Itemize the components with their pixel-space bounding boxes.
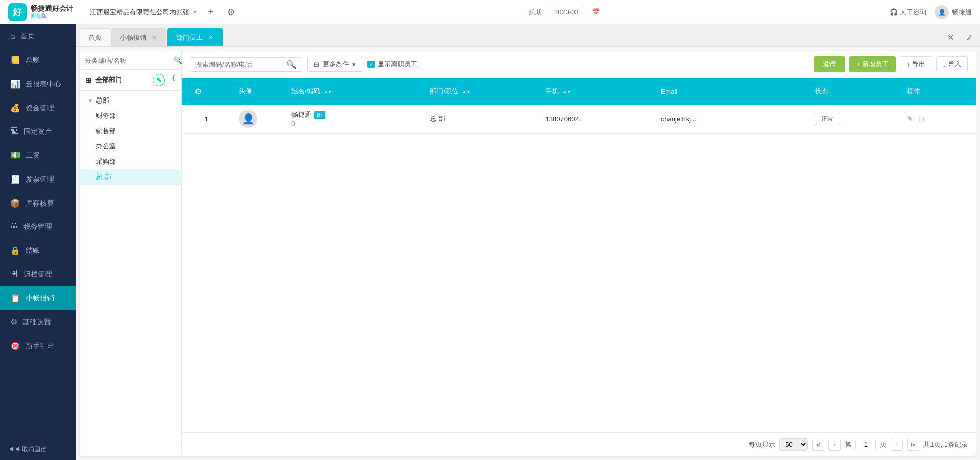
search-icon[interactable]: 🔍 (286, 60, 297, 69)
tab-xiaochang-expense[interactable]: 小畅报销 ✕ (111, 28, 166, 46)
last-page-btn[interactable]: ⊳ (907, 439, 919, 451)
tree-node-office-label: 办公室 (96, 142, 116, 151)
dept-grid-icon: ⊞ (86, 76, 91, 84)
tab-dept-employee[interactable]: 部门员工 ✕ (167, 28, 223, 46)
tree-node-finance-label: 财务部 (96, 111, 116, 120)
tree-node-sales[interactable]: 销售部 (80, 123, 181, 139)
per-page-select[interactable]: 50 100 (779, 438, 808, 451)
th-settings[interactable]: ⚙ (182, 78, 231, 105)
prev-page-btn[interactable]: ‹ (828, 439, 841, 451)
tree-header: ⊞ 全部部门 ✎ 《 (80, 70, 181, 91)
show-resigned-checkbox[interactable]: ✓ (368, 61, 375, 68)
sidebar-item-xiaochang[interactable]: 📋 小畅报销 (0, 286, 76, 310)
invite-button[interactable]: 邀请 (814, 56, 845, 72)
company-selector[interactable]: 江西服宝精品有限责任公司内账张 ▼ (90, 8, 198, 17)
content-area: 首页 小畅报销 ✕ 部门员工 ✕ ✕ ⤢ 🔍 (76, 24, 980, 460)
sidebar-item-guide[interactable]: 🎯 新手引导 (0, 334, 76, 358)
employee-code: 0 (291, 120, 413, 127)
tree-node-finance[interactable]: 财务部 (80, 108, 181, 123)
sidebar-item-home[interactable]: ⌂ 首页 (0, 24, 76, 48)
logout-action-icon[interactable]: ⊟ (918, 115, 924, 123)
sidebar-item-close[interactable]: 🔒 结账 (0, 239, 76, 263)
sidebar-item-reports[interactable]: 📊 云报表中心 (0, 72, 76, 96)
sidebar-label-reports: 云报表中心 (26, 80, 61, 89)
sidebar-item-basic[interactable]: ⚙ 基础设置 (0, 310, 76, 334)
import-icon: ↓ (943, 61, 946, 68)
sidebar-label-general-ledger: 总账 (26, 56, 40, 65)
support-label: 人工咨询 (900, 8, 926, 17)
sidebar-item-payroll[interactable]: 💵 工资 (0, 143, 76, 167)
column-settings-icon[interactable]: ⚙ (190, 83, 206, 99)
sidebar-item-invoice[interactable]: 🧾 发票管理 (0, 167, 76, 191)
sidebar-label-fixed-assets: 固定资产 (23, 127, 52, 136)
tree-node-office[interactable]: 办公室 (80, 139, 181, 154)
unpin-label: ◀◀ 取消固定 (8, 445, 46, 454)
th-dept[interactable]: 部门/职位 ▲▼ (422, 78, 537, 105)
search-input[interactable] (195, 61, 283, 68)
logo-area: 好 畅捷通好会计 旗舰版 (8, 3, 84, 21)
top-right-area: 🎧 人工咨询 👤 畅捷通 (890, 5, 972, 19)
add-button[interactable]: + (204, 5, 218, 19)
calendar-icon: 📅 (592, 8, 600, 16)
tree-node-general[interactable]: ▼ 总部 (80, 93, 181, 108)
sidebar-item-archive[interactable]: 🗄 归档管理 (0, 263, 76, 286)
support-area[interactable]: 🎧 人工咨询 (890, 8, 926, 17)
sidebar: ⌂ 首页 📒 总账 📊 云报表中心 💰 资金管理 🏗 固定资产 💵 工资 🧾 发… (0, 24, 76, 460)
tab-xiaochang-label: 小畅报销 (120, 33, 146, 42)
tab-dept-close[interactable]: ✕ (207, 34, 214, 42)
th-name[interactable]: 姓名/编码 ▲▼ (283, 78, 422, 105)
name-sort[interactable]: ▲▼ (324, 90, 332, 94)
sidebar-item-general-ledger[interactable]: 📒 总账 (0, 48, 76, 72)
export-button[interactable]: ↑ 导出 (900, 56, 932, 72)
tree-node-general-label: 总部 (96, 96, 109, 105)
row-actions: ✎ ⊟ (907, 115, 968, 123)
sidebar-label-guide: 新手引导 (26, 342, 54, 351)
sidebar-item-tax[interactable]: 🏛 税务管理 (0, 215, 76, 239)
user-name: 畅捷通 (952, 8, 972, 17)
tree-node-general-dept[interactable]: 总 部 (80, 169, 181, 185)
tree-node-purchase[interactable]: 采购部 (80, 154, 181, 169)
tab-close-all-btn[interactable]: ✕ (943, 30, 958, 44)
table-header-row: ⚙ 头像 姓名/编码 ▲▼ 部门/职位 (182, 78, 976, 105)
sidebar-item-inventory[interactable]: 📦 库存核算 (0, 191, 76, 215)
employee-dept: 总 部 (430, 115, 445, 122)
tree-panel: 🔍 ⊞ 全部部门 ✎ 《 ▼ 总部 财务部 (80, 51, 182, 456)
filter-icon: ⊟ (314, 61, 320, 68)
reports-icon: 📊 (10, 79, 20, 89)
dept-sort[interactable]: ▲▼ (462, 90, 471, 94)
next-page-btn[interactable]: › (891, 439, 903, 451)
close-acct-icon: 🔒 (10, 246, 20, 255)
sidebar-item-fixed-assets[interactable]: 🏗 固定资产 (0, 120, 76, 143)
sidebar-item-fund[interactable]: 💰 资金管理 (0, 96, 76, 120)
tree-search-input[interactable] (85, 57, 170, 64)
data-table: ⚙ 头像 姓名/编码 ▲▼ 部门/职位 (182, 78, 976, 432)
sidebar-label-home: 首页 (20, 32, 35, 41)
tab-home[interactable]: 首页 (80, 28, 110, 46)
home-icon: ⌂ (10, 32, 15, 41)
phone-sort[interactable]: ▲▼ (562, 90, 571, 94)
page-input[interactable] (855, 439, 876, 450)
unpin-button[interactable]: ◀◀ 取消固定 (0, 439, 76, 460)
tab-expand-btn[interactable]: ⤢ (962, 30, 976, 44)
first-page-btn[interactable]: ⊲ (812, 439, 824, 451)
period-value: 2023-03 (550, 7, 583, 17)
tree-search-icon[interactable]: 🔍 (174, 56, 182, 64)
tree-collapse-btn[interactable]: 《 (168, 74, 175, 86)
tree-edit-btn[interactable]: ✎ (153, 74, 165, 86)
user-info: 👤 畅捷通 (935, 5, 972, 19)
settings-top-button[interactable]: ⚙ (224, 5, 238, 19)
expand-arrow-general: ▼ (88, 98, 93, 104)
th-phone[interactable]: 手机 ▲▼ (537, 78, 653, 105)
tab-xiaochang-close[interactable]: ✕ (151, 34, 158, 42)
table-area: 🔍 ⊟ 更多条件 ▾ ✓ 显示离职员工 邀请 + 新增员工 (182, 51, 976, 456)
edit-action-icon[interactable]: ✎ (907, 115, 913, 123)
sidebar-label-basic: 基础设置 (22, 318, 51, 327)
search-box: 🔍 (190, 57, 302, 72)
filter-button[interactable]: ⊟ 更多条件 ▾ (307, 57, 362, 72)
guide-icon: 🎯 (10, 341, 20, 351)
cell-index: 1 (182, 105, 231, 134)
import-button[interactable]: ↓ 导入 (936, 56, 968, 72)
add-employee-button[interactable]: + 新增员工 (849, 56, 896, 72)
name-badge-area: 畅捷通 部 (291, 110, 413, 119)
invoice-icon: 🧾 (10, 174, 20, 184)
